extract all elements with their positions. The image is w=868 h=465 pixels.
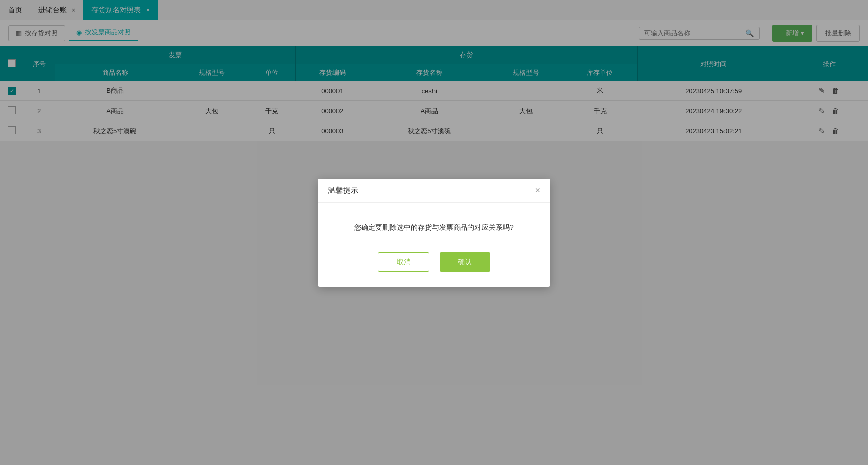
dialog-overlay: 温馨提示 × 您确定要删除选中的存货与发票商品的对应关系吗? 取消 确认: [0, 0, 868, 141]
